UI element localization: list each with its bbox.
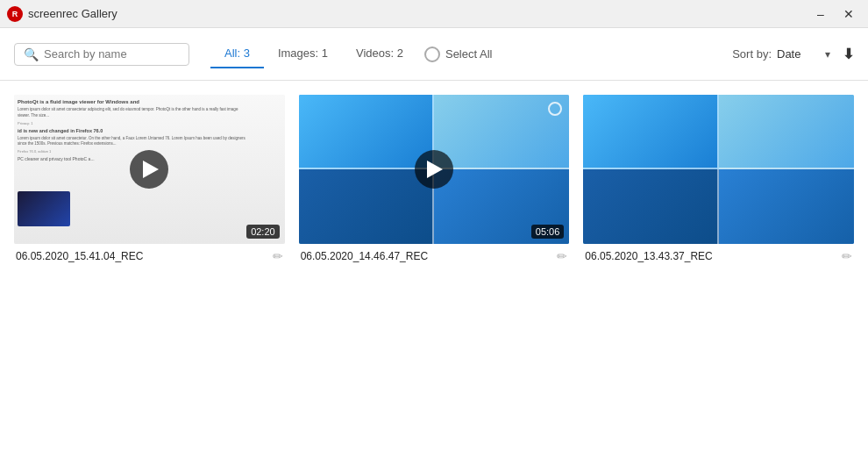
screen-text: PhotoQt is a fluid image viewer for Wind… <box>18 98 247 162</box>
play-button-1[interactable] <box>130 150 168 189</box>
thumbnail-1: PhotoQt is a fluid image viewer for Wind… <box>14 95 285 244</box>
duration-badge-1: 02:20 <box>246 225 280 239</box>
sort-wrap: Sort by: Date Name Size ⬇ <box>732 46 854 62</box>
edit-icon-1[interactable]: ✏ <box>273 249 283 263</box>
search-box[interactable]: 🔍 <box>14 43 189 66</box>
item-name-3: 06.05.2020_13.43.37_REC <box>585 250 712 262</box>
toolbar: 🔍 All: 3 Images: 1 Videos: 2 Select All … <box>0 28 868 81</box>
filter-tabs: All: 3 Images: 1 Videos: 2 Select All <box>210 39 732 68</box>
tab-all[interactable]: All: 3 <box>210 39 264 68</box>
select-all-checkbox[interactable] <box>424 46 440 62</box>
gallery-item[interactable]: PhotoQt is a fluid image viewer for Wind… <box>14 95 285 265</box>
play-icon-2 <box>427 161 443 178</box>
sort-select-wrap[interactable]: Date Name Size <box>777 47 830 61</box>
window-controls: – ✕ <box>808 4 861 24</box>
gallery-item[interactable]: 05:06 06.05.2020_14.46.47_REC ✏ <box>299 95 570 265</box>
tab-images[interactable]: Images: 1 <box>264 39 342 68</box>
item-info-1: 06.05.2020_15.41.04_REC ✏ <box>14 244 285 265</box>
select-all-label: Select All <box>445 47 492 61</box>
close-button[interactable]: ✕ <box>836 4 861 24</box>
item-info-2: 06.05.2020_14.46.47_REC ✏ <box>299 244 570 265</box>
thumbnail-2: 05:06 <box>299 95 570 244</box>
thumbnail-3 <box>583 95 854 244</box>
edit-icon-3[interactable]: ✏ <box>842 249 852 263</box>
item-name-2: 06.05.2020_14.46.47_REC <box>301 250 428 262</box>
gallery-grid: PhotoQt is a fluid image viewer for Wind… <box>14 95 854 265</box>
win-desktop-3 <box>583 95 854 244</box>
select-all-wrap[interactable]: Select All <box>424 46 492 62</box>
play-button-2[interactable] <box>415 150 453 189</box>
item-name-1: 06.05.2020_15.41.04_REC <box>16 250 143 262</box>
sort-select[interactable]: Date Name Size <box>777 47 823 61</box>
gallery-item[interactable]: 06.05.2020_13.43.37_REC ✏ <box>583 95 854 265</box>
mini-window <box>18 191 70 226</box>
app-icon: R <box>7 6 23 22</box>
tab-videos[interactable]: Videos: 2 <box>342 39 417 68</box>
title-bar: R screenrec Gallery – ✕ <box>0 0 868 28</box>
item-info-3: 06.05.2020_13.43.37_REC ✏ <box>583 244 854 265</box>
sort-download-icon[interactable]: ⬇ <box>843 46 854 62</box>
minimize-button[interactable]: – <box>808 4 833 24</box>
search-icon: 🔍 <box>24 47 39 61</box>
play-icon-1 <box>143 161 159 178</box>
duration-badge-2: 05:06 <box>531 225 565 239</box>
sort-label: Sort by: <box>732 47 772 61</box>
search-input[interactable] <box>44 47 175 61</box>
main-content: PhotoQt is a fluid image viewer for Wind… <box>0 81 868 465</box>
app-title: screenrec Gallery <box>28 7 808 20</box>
edit-icon-2[interactable]: ✏ <box>557 249 567 263</box>
